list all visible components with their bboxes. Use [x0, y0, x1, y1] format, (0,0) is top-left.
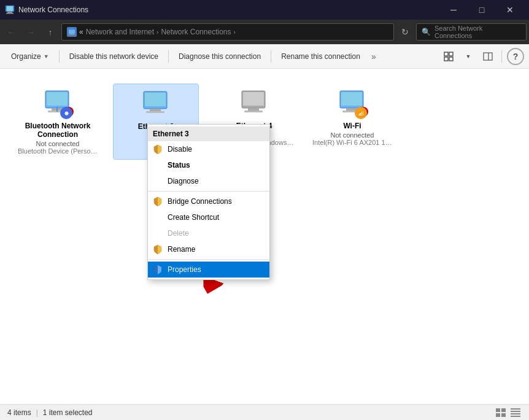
- toolbar-sep-4: [501, 50, 502, 63]
- window-controls: ─ □ ✕: [439, 0, 524, 20]
- path-icon: [67, 27, 77, 37]
- svg-rect-28: [244, 111, 263, 112]
- ctx-rename-label: Rename: [168, 245, 195, 254]
- svg-rect-10: [444, 57, 448, 61]
- svg-rect-5: [70, 28, 74, 30]
- status-separator: |: [36, 408, 38, 417]
- disable-button[interactable]: Disable this network device: [63, 47, 164, 66]
- svg-rect-11: [449, 57, 453, 61]
- ctx-properties-icon: [153, 265, 163, 274]
- refresh-button[interactable]: ↻: [396, 23, 414, 41]
- statusbar: 4 items | 1 item selected: [0, 404, 529, 420]
- svg-rect-6: [69, 34, 74, 34]
- ctx-properties[interactable]: Properties: [148, 262, 269, 278]
- svg-rect-22: [145, 93, 166, 106]
- network-item-bluetooth[interactable]: ✕ ⎈ Bluetooth Network Connection Not con…: [15, 84, 101, 160]
- ctx-shortcut[interactable]: Create Shortcut: [148, 209, 269, 225]
- ctx-diagnose-label: Diagnose: [168, 177, 199, 185]
- toolbar-sep-1: [59, 50, 60, 63]
- ctx-delete-label: Delete: [168, 229, 189, 238]
- svg-rect-4: [69, 29, 75, 34]
- svg-rect-43: [511, 413, 520, 414]
- ctx-shortcut-icon: [153, 212, 163, 222]
- diagnose-label: Diagnose this connection: [179, 52, 261, 61]
- svg-rect-40: [501, 413, 506, 417]
- ctx-rename-icon: [153, 244, 163, 254]
- svg-rect-9: [449, 52, 453, 56]
- selected-count: 1 item selected: [43, 408, 93, 417]
- ctx-menu-title: Ethernet 3: [148, 126, 269, 141]
- ctx-bridge-icon: [153, 196, 163, 206]
- ctx-rename[interactable]: Rename: [148, 241, 269, 257]
- ctx-properties-label: Properties: [168, 265, 201, 274]
- path-segment-2: Network Connections: [161, 28, 231, 36]
- view-dropdown-button[interactable]: ▼: [460, 48, 477, 65]
- search-icon: 🔍: [422, 28, 431, 36]
- svg-rect-26: [243, 92, 264, 106]
- svg-rect-27: [248, 108, 259, 111]
- item-icon-wifi: ✕ 📶: [338, 88, 367, 118]
- context-menu: Ethernet 3 Disable Status Diagnose: [147, 124, 270, 280]
- window-title: Network Connections: [18, 6, 439, 14]
- statusbar-list-view[interactable]: [495, 406, 507, 419]
- maximize-button[interactable]: □: [468, 0, 496, 20]
- search-box[interactable]: 🔍 Search Network Connections: [416, 23, 527, 41]
- svg-rect-3: [7, 6, 13, 11]
- svg-rect-23: [150, 109, 161, 111]
- organize-chevron: ▼: [44, 53, 49, 60]
- back-button[interactable]: ←: [2, 23, 20, 41]
- ctx-disable[interactable]: Disable: [148, 141, 269, 157]
- ctx-status-label: Status: [168, 161, 190, 169]
- minimize-button[interactable]: ─: [439, 0, 468, 20]
- ctx-delete: Delete: [148, 225, 269, 241]
- toolbar-right: ▼ ?: [440, 48, 524, 65]
- ctx-sep-1: [148, 191, 269, 192]
- rename-label: Rename this connection: [281, 52, 360, 61]
- addressbar: ← → ↑ « Network and Internet › Network C…: [0, 20, 529, 44]
- help-button[interactable]: ?: [507, 48, 524, 65]
- svg-rect-20: [56, 107, 58, 112]
- svg-rect-1: [7, 12, 12, 13]
- toolbar-sep-3: [271, 50, 271, 63]
- ctx-status[interactable]: Status: [148, 157, 269, 173]
- statusbar-detail-view[interactable]: [509, 406, 522, 419]
- up-button[interactable]: ↑: [42, 23, 59, 41]
- ctx-status-icon: [153, 160, 163, 170]
- disable-label: Disable this network device: [69, 52, 158, 61]
- diagnose-button[interactable]: Diagnose this connection: [172, 47, 267, 66]
- svg-rect-44: [511, 416, 520, 417]
- preview-pane-button[interactable]: [479, 48, 496, 65]
- items-count: 4 items: [7, 408, 31, 417]
- path-chevron-1: ›: [156, 29, 158, 36]
- ctx-diagnose[interactable]: Diagnose: [148, 173, 269, 189]
- close-button[interactable]: ✕: [496, 0, 524, 20]
- svg-rect-2: [6, 13, 14, 14]
- ctx-disable-icon: [153, 144, 163, 154]
- statusbar-right: [495, 406, 522, 419]
- ctx-diagnose-icon: [153, 176, 163, 186]
- rename-button[interactable]: Rename this connection: [275, 47, 366, 66]
- item-detail-bluetooth: Bluetooth Device (Personal Area ...: [18, 147, 98, 155]
- ctx-bridge[interactable]: Bridge Connections: [148, 193, 269, 209]
- view-toggle-button[interactable]: [440, 48, 457, 65]
- ctx-bridge-label: Bridge Connections: [168, 197, 232, 206]
- item-status-bluetooth: Not connected: [36, 140, 80, 147]
- toolbar-sep-2: [168, 50, 169, 63]
- svg-rect-42: [511, 411, 520, 412]
- main-content: ✕ ⎈ Bluetooth Network Connection Not con…: [0, 69, 529, 404]
- svg-rect-7: [69, 34, 75, 35]
- search-placeholder: Search Network Connections: [434, 25, 521, 39]
- svg-rect-30: [341, 92, 362, 106]
- network-item-wifi[interactable]: ✕ 📶 Wi-Fi Not connected Intel(R) Wi-Fi 6…: [309, 84, 395, 160]
- item-status-wifi: Not connected: [331, 131, 374, 139]
- organize-button[interactable]: Organize ▼: [5, 47, 55, 66]
- organize-label: Organize: [11, 52, 41, 61]
- titlebar: Network Connections ─ □ ✕: [0, 0, 529, 20]
- item-icon-bluetooth: ✕ ⎈: [43, 88, 72, 118]
- svg-rect-8: [444, 52, 448, 56]
- item-icon-ethernet4: [239, 88, 269, 118]
- address-path[interactable]: « Network and Internet › Network Connect…: [61, 23, 394, 41]
- path-chevron-2: ›: [234, 29, 236, 36]
- forward-button[interactable]: →: [22, 23, 39, 41]
- toolbar-overflow[interactable]: »: [368, 47, 380, 66]
